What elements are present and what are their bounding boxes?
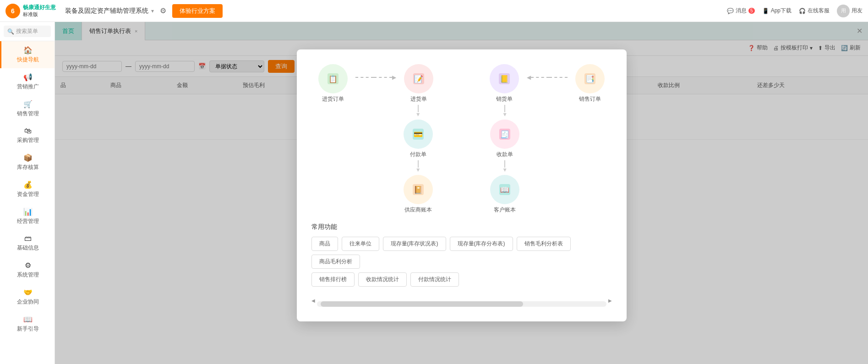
search-placeholder: 搜索菜单 bbox=[16, 27, 38, 35]
top-bar: 6 畅康通好生意 标准版 装备及固定资产辅助管理系统 ▾ ⚙ 体验行业方案 💬 … bbox=[0, 0, 868, 22]
purchase-order-circle[interactable]: 📋 bbox=[318, 64, 348, 93]
svg-text:📝: 📝 bbox=[414, 75, 423, 83]
flow-item-purchase-order[interactable]: 📋 进货订单 bbox=[318, 64, 348, 103]
logo-area: 6 畅康通好生意 标准版 bbox=[5, 4, 60, 18]
popup-overlay[interactable]: 📋 进货订单 ▶ 📝 进货单 bbox=[55, 22, 868, 364]
func-btn-goods-margin[interactable]: 商品毛利分析 bbox=[311, 255, 360, 269]
purchase-icon: 🛍 bbox=[24, 127, 32, 135]
arrow-purchase-to-bill: ▶ bbox=[362, 74, 390, 93]
flow-item-sales-bill[interactable]: 📒 销货单 bbox=[490, 64, 519, 103]
arrow-order-to-bill: ◀ bbox=[533, 74, 561, 93]
svg-text:📔: 📔 bbox=[414, 185, 423, 194]
func-btn-receipt-stats[interactable]: 收款情况统计 bbox=[358, 272, 407, 287]
search-input-area[interactable]: 🔍 搜索菜单 bbox=[4, 26, 51, 37]
svg-text:🧾: 🧾 bbox=[500, 130, 509, 139]
sidebar-item-marketing[interactable]: 📢 营销推广 bbox=[0, 68, 55, 95]
scroll-track[interactable] bbox=[317, 301, 606, 307]
scroll-left-arrow[interactable]: ◀ bbox=[311, 298, 315, 303]
func-btn-sales-margin[interactable]: 销售毛利分析表 bbox=[517, 237, 571, 251]
sidebar-item-sales[interactable]: 🛒 销售管理 bbox=[0, 95, 55, 122]
receipt-circle[interactable]: 🧾 bbox=[490, 120, 519, 149]
popup-scrollbar: ◀ ▶ bbox=[311, 294, 612, 307]
func-btn-payment-stats[interactable]: 付款情况统计 bbox=[410, 272, 459, 287]
system-icon: ⚙ bbox=[25, 261, 31, 270]
settings-button[interactable]: ⚙ bbox=[157, 5, 169, 17]
payment-circle[interactable]: 💳 bbox=[404, 120, 433, 149]
func-btn-goods[interactable]: 商品 bbox=[311, 237, 338, 251]
scroll-right-arrow[interactable]: ▶ bbox=[608, 298, 612, 303]
flow-item-customer-ledger[interactable]: 📖 客户账本 bbox=[490, 175, 519, 214]
logo-icon: 6 bbox=[5, 4, 20, 18]
arrow-payment-to-supplier: ▼ bbox=[404, 160, 433, 173]
avatar: 用 bbox=[837, 5, 850, 17]
sidebar-item-finance[interactable]: 💰 资金管理 bbox=[0, 176, 55, 203]
flow-item-supplier-ledger[interactable]: 📔 供应商账本 bbox=[404, 175, 433, 214]
flow-item-sales-order[interactable]: 📑 销售订单 bbox=[575, 64, 605, 103]
sales-order-circle[interactable]: 📑 bbox=[575, 64, 605, 93]
svg-text:📑: 📑 bbox=[585, 75, 595, 83]
sidebar-item-purchase[interactable]: 🛍 采购管理 bbox=[0, 122, 55, 149]
sidebar: 🔍 搜索菜单 🏠 快捷导航 📢 营销推广 🛒 销售管理 🛍 采购管理 bbox=[0, 22, 55, 364]
enterprise-icon: 🤝 bbox=[23, 288, 33, 297]
func-btn-partners[interactable]: 往来单位 bbox=[342, 237, 379, 251]
func-btn-sales-ranking[interactable]: 销售排行榜 bbox=[311, 272, 355, 287]
common-functions-section: 常用功能 商品 往来单位 现存量(库存状况表) 现存量(库存分布表) 销售毛利分… bbox=[311, 223, 612, 287]
app-download-button[interactable]: 📱 App下载 bbox=[762, 7, 792, 15]
svg-text:📒: 📒 bbox=[500, 75, 509, 83]
sidebar-item-operations[interactable]: 📊 经营管理 bbox=[0, 203, 55, 230]
flow-item-purchase-bill[interactable]: 📝 进货单 bbox=[404, 64, 433, 103]
system-title-area: 装备及固定资产辅助管理系统 ▾ ⚙ 体验行业方案 bbox=[60, 4, 727, 18]
online-service-button[interactable]: 🎧 在线客服 bbox=[799, 7, 830, 15]
sidebar-item-basic[interactable]: 🗃 基础信息 bbox=[0, 230, 55, 256]
sales-icon: 🛒 bbox=[23, 100, 33, 109]
arrow-receipt-to-customer: ▼ bbox=[490, 160, 519, 173]
message-icon: 💬 bbox=[727, 8, 734, 14]
sidebar-item-system[interactable]: ⚙ 系统管理 bbox=[0, 256, 55, 283]
marketing-icon: 📢 bbox=[23, 73, 33, 81]
func-btn-inventory-status[interactable]: 现存量(库存状况表) bbox=[383, 237, 446, 251]
func-btn-inventory-dist[interactable]: 现存量(库存分布表) bbox=[450, 237, 513, 251]
func-buttons-row1: 商品 往来单位 现存量(库存状况表) 现存量(库存分布表) 销售毛利分析表 商品… bbox=[311, 237, 612, 269]
sidebar-item-enterprise[interactable]: 🤝 企业协同 bbox=[0, 283, 55, 310]
func-buttons-row2: 销售排行榜 收款情况统计 付款情况统计 bbox=[311, 272, 612, 287]
system-name: 装备及固定资产辅助管理系统 bbox=[65, 7, 148, 15]
svg-text:💳: 💳 bbox=[414, 130, 423, 139]
user-area[interactable]: 用 用友 bbox=[837, 5, 863, 17]
sidebar-item-inventory[interactable]: 📦 库存核算 bbox=[0, 149, 55, 176]
svg-text:📋: 📋 bbox=[328, 75, 338, 83]
common-functions-title: 常用功能 bbox=[311, 223, 612, 231]
inventory-icon: 📦 bbox=[23, 153, 33, 162]
purchase-bill-circle[interactable]: 📝 bbox=[404, 64, 433, 93]
customer-ledger-circle[interactable]: 📖 bbox=[490, 175, 519, 204]
sidebar-item-guide[interactable]: 📖 新手引导 bbox=[0, 310, 55, 337]
sidebar-item-quick-nav[interactable]: 🏠 快捷导航 bbox=[0, 41, 55, 68]
svg-text:📖: 📖 bbox=[500, 185, 509, 194]
arrow-bill-to-payment: ▼ bbox=[404, 105, 433, 118]
arrow-sales-to-receipt: ▼ bbox=[490, 105, 519, 118]
sales-bill-circle[interactable]: 📒 bbox=[490, 64, 519, 93]
system-dropdown-arrow[interactable]: ▾ bbox=[151, 8, 154, 14]
basic-icon: 🗃 bbox=[24, 234, 32, 243]
top-right-area: 💬 消息 5 📱 App下载 🎧 在线客服 用 用友 bbox=[727, 5, 863, 17]
supplier-ledger-circle[interactable]: 📔 bbox=[404, 175, 433, 204]
trial-button[interactable]: 体验行业方案 bbox=[172, 4, 223, 18]
message-button[interactable]: 💬 消息 5 bbox=[727, 7, 755, 15]
logo-text: 畅康通好生意 标准版 bbox=[23, 4, 56, 18]
headset-icon: 🎧 bbox=[799, 8, 806, 14]
search-icon: 🔍 bbox=[7, 28, 14, 35]
search-area[interactable]: 🔍 搜索菜单 bbox=[0, 22, 55, 41]
home-icon: 🏠 bbox=[23, 46, 33, 54]
flow-item-payment[interactable]: 💳 付款单 bbox=[404, 120, 433, 158]
operations-icon: 📊 bbox=[23, 207, 33, 216]
phone-icon: 📱 bbox=[762, 8, 769, 14]
message-badge: 5 bbox=[748, 8, 755, 14]
scroll-thumb[interactable] bbox=[321, 301, 523, 307]
flow-item-receipt[interactable]: 🧾 收款单 bbox=[490, 120, 519, 158]
quick-nav-popup: 📋 进货订单 ▶ 📝 进货单 bbox=[297, 49, 627, 321]
finance-icon: 💰 bbox=[23, 180, 33, 189]
guide-icon: 📖 bbox=[23, 315, 33, 324]
